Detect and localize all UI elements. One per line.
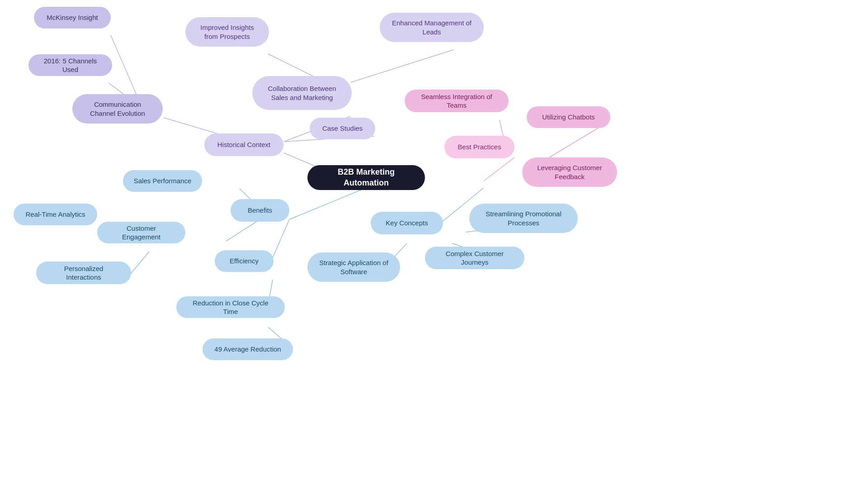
- customer-engagement-node: Customer Engagement: [97, 222, 185, 243]
- personalized-interactions-node: Personalized Interactions: [36, 262, 131, 284]
- strategic-application-node: Strategic Application of Software: [307, 252, 400, 282]
- historical-context-node: Historical Context: [204, 133, 283, 156]
- average-reduction-node: 49 Average Reduction: [203, 338, 293, 360]
- enhanced-management-node: Enhanced Management of Leads: [380, 13, 484, 42]
- reduction-close-cycle-node: Reduction in Close Cycle Time: [176, 296, 285, 318]
- collaboration-sales-marketing-node: Collaboration Between Sales and Marketin…: [252, 76, 352, 110]
- mckinsey-insight-node: McKinsey Insight: [34, 7, 111, 29]
- svg-line-10: [351, 50, 453, 82]
- seamless-integration-node: Seamless Integration of Teams: [405, 90, 509, 112]
- svg-line-12: [549, 124, 605, 157]
- utilizing-chatbots-node: Utilizing Chatbots: [527, 106, 610, 128]
- key-concepts-node: Key Concepts: [371, 212, 443, 234]
- real-time-analytics-node: Real-Time Analytics: [14, 204, 97, 225]
- svg-line-3: [484, 157, 514, 181]
- svg-line-7: [111, 35, 140, 103]
- svg-line-1: [289, 188, 366, 219]
- svg-line-16: [273, 219, 289, 258]
- best-practices-node: Best Practices: [444, 136, 514, 158]
- improved-insights-node: Improved Insights from Prospects: [185, 17, 269, 47]
- leveraging-feedback-node: Leveraging Customer Feedback: [522, 157, 617, 187]
- benefits-node: Benefits: [231, 199, 289, 222]
- complex-journeys-node: Complex Customer Journeys: [425, 247, 524, 269]
- communication-channel-node: Communication Channel Evolution: [72, 94, 163, 124]
- svg-line-15: [226, 219, 260, 241]
- channels-2016-node: 2016: 5 Channels Used: [28, 54, 112, 76]
- case-studies-node: Case Studies: [310, 118, 375, 139]
- streamlining-processes-node: Streamlining Promotional Processes: [469, 204, 578, 233]
- center-node: B2B Marketing Automation: [307, 165, 425, 190]
- efficiency-node: Efficiency: [215, 250, 274, 272]
- sales-performance-node: Sales Performance: [123, 170, 202, 192]
